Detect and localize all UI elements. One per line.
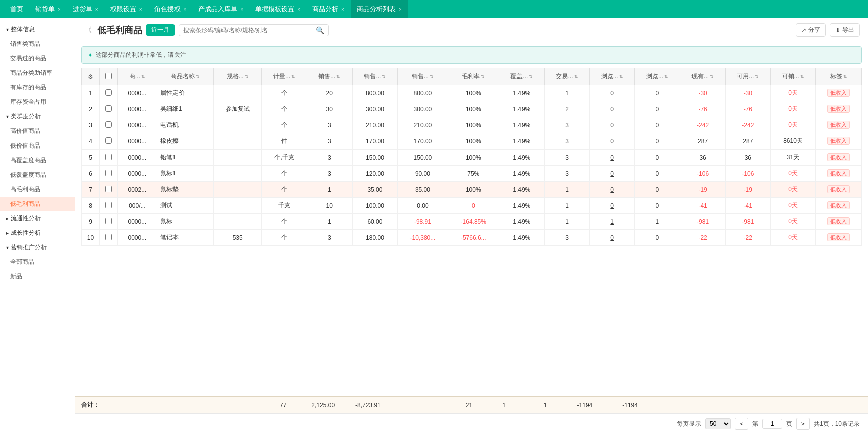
row-browse2: 0 [635,150,680,166]
col-browse2-header[interactable]: 浏览...⇅ [635,68,680,85]
share-button[interactable]: ↗ 分享 [796,23,826,37]
close-icon[interactable]: × [399,7,402,12]
col-browse1-header[interactable]: 浏览...⇅ [590,68,635,85]
row-select-checkbox[interactable] [105,202,112,208]
sidebar-group-circulation[interactable]: ▸ 流通性分析 [0,211,75,226]
nav-product-analysis-list[interactable]: 商品分析列表 × [351,0,408,18]
sidebar-item-high-value[interactable]: 高价值商品 [0,124,75,138]
nav-role-auth[interactable]: 角色授权 × [148,0,193,18]
row-saleable: 0天 [770,117,815,133]
col-spec-header[interactable]: 规格...⇅ [213,68,262,85]
row-available: -242 [725,117,770,133]
sidebar-item-low-profit[interactable]: 低毛利商品 [0,197,75,211]
page-size-select[interactable]: 50 10 20 100 [705,418,731,429]
row-tag: 低收入 [816,85,862,101]
col-coverage-header[interactable]: 覆盖...⇅ [499,68,544,85]
nav-purchase-order[interactable]: 进货单 × [67,0,104,18]
row-checkbox[interactable] [100,85,118,101]
nav-permission[interactable]: 权限设置 × [104,0,148,18]
col-unit-header[interactable]: 计量...⇅ [262,68,307,85]
col-name-header[interactable]: 商品名称⇅ [157,68,213,85]
nav-product-entry[interactable]: 产成品入库单 × [192,0,249,18]
next-page-button[interactable]: ＞ [796,418,810,430]
page-input[interactable] [762,419,782,429]
col-profit-header[interactable]: 毛利率⇅ [448,68,499,85]
sidebar-item-in-stock[interactable]: 有库存的商品 [0,80,75,95]
col-sales3-header[interactable]: 销售...⇅ [398,68,448,85]
sidebar-item-high-profit[interactable]: 高毛利商品 [0,182,75,197]
sidebar-item-traded-products[interactable]: 交易过的商品 [0,51,75,66]
select-all-checkbox[interactable] [105,73,112,79]
row-saleable: 0天 [770,230,815,246]
col-sales1-header[interactable]: 销售...⇅ [307,68,352,85]
row-code: 0002... [118,182,157,198]
sidebar-group-marketing[interactable]: ▾ 营销推广分析 [0,240,75,255]
col-available-header[interactable]: 可用...⇅ [725,68,770,85]
export-button[interactable]: ⬇ 导出 [830,23,860,37]
col-saleable-header[interactable]: 可销...⇅ [770,68,815,85]
row-checkbox[interactable] [100,230,118,246]
row-checkbox[interactable] [100,166,118,182]
close-icon[interactable]: × [139,7,142,12]
col-current-header[interactable]: 现有...⇅ [680,68,725,85]
prev-page-button[interactable]: ＜ [735,418,748,430]
col-code-header[interactable]: 商...⇅ [118,68,157,85]
row-checkbox[interactable] [100,182,118,198]
col-tag-header[interactable]: 标签⇅ [816,68,862,85]
search-icon[interactable]: 🔍 [316,26,324,34]
sidebar-item-stock-capital[interactable]: 库存资金占用 [0,95,75,109]
row-checkbox[interactable] [100,133,118,150]
row-browse1: 0 [590,101,635,117]
row-select-checkbox[interactable] [105,154,112,160]
sidebar-item-category-rate[interactable]: 商品分类助销率 [0,66,75,80]
sidebar-item-high-coverage[interactable]: 高覆盖度商品 [0,153,75,168]
col-checkbox[interactable] [100,68,118,85]
table-row: 7 0002... 鼠标垫 个 1 35.00 35.00 100% 1.49%… [82,182,862,198]
row-select-checkbox[interactable] [105,89,112,96]
row-select-checkbox[interactable] [105,121,112,128]
tag-badge: 低收入 [827,153,850,161]
row-select-checkbox[interactable] [105,234,112,240]
nav-template-settings[interactable]: 单据模板设置 × [249,0,306,18]
row-checkbox[interactable] [100,198,118,214]
sidebar-item-all-products[interactable]: 全部商品 [0,255,75,269]
close-icon[interactable]: × [341,7,344,12]
row-checkbox[interactable] [100,117,118,133]
sidebar-item-sales-products[interactable]: 销售类商品 [0,37,75,51]
row-select-checkbox[interactable] [105,137,112,144]
row-profit: 0 [448,198,499,214]
col-sales2-header[interactable]: 销售...⇅ [352,68,397,85]
sidebar-group-cluster[interactable]: ▾ 类群度分析 [0,109,75,124]
row-checkbox[interactable] [100,214,118,230]
nav-home[interactable]: 首页 [4,0,29,18]
row-select-checkbox[interactable] [105,218,112,224]
row-checkbox[interactable] [100,101,118,117]
row-tag: 低收入 [816,230,862,246]
collapse-sidebar-button[interactable]: 《 [83,25,93,35]
row-select-checkbox[interactable] [105,186,112,192]
close-icon[interactable]: × [240,7,243,12]
filter-recent-month-button[interactable]: 近一月 [146,24,175,36]
sidebar-item-new-products[interactable]: 新品 [0,269,75,284]
tag-badge: 低收入 [827,169,850,177]
sidebar-group-overall[interactable]: ▾ 整体信息 [0,22,75,37]
nav-sales-order[interactable]: 销货单 × [29,0,67,18]
col-settings[interactable]: ⚙ [82,68,100,85]
row-checkbox[interactable] [100,150,118,166]
row-name: 电话机 [157,117,213,133]
sidebar-item-low-value[interactable]: 低价值商品 [0,138,75,153]
close-icon[interactable]: × [184,7,187,12]
close-icon[interactable]: × [58,7,61,12]
row-coverage: 1.49% [499,117,544,133]
nav-product-analysis[interactable]: 商品分析 × [306,0,351,18]
close-icon[interactable]: × [297,7,300,12]
search-input[interactable] [183,27,316,34]
row-select-checkbox[interactable] [105,105,112,112]
sidebar-item-low-coverage[interactable]: 低覆盖度商品 [0,168,75,182]
sidebar-group-growth[interactable]: ▸ 成长性分析 [0,226,75,240]
col-trade-header[interactable]: 交易...⇅ [544,68,589,85]
close-icon[interactable]: × [95,7,98,12]
row-name: 笔记本 [157,230,213,246]
row-unit: 个 [262,101,307,117]
row-select-checkbox[interactable] [105,170,112,176]
